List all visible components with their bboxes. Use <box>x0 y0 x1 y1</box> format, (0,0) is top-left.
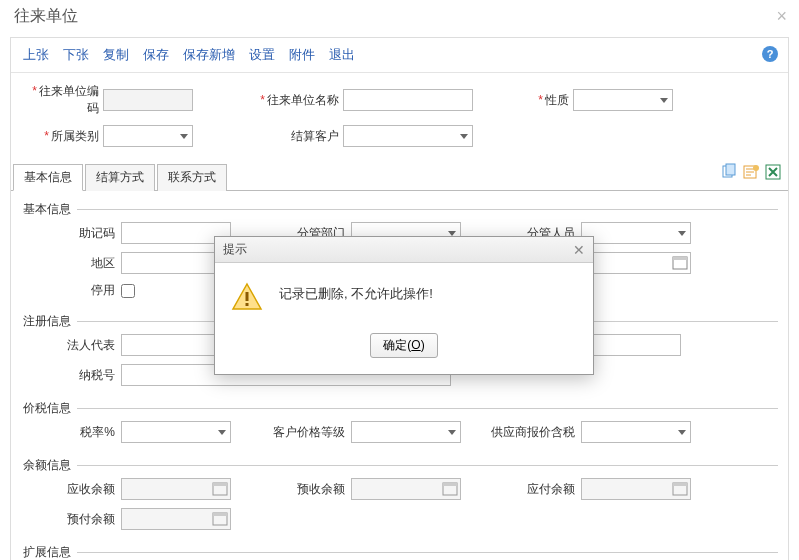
mnemonic-label: 助记码 <box>61 225 121 242</box>
name-input[interactable] <box>343 89 473 111</box>
svg-rect-8 <box>673 257 687 260</box>
save-new-button[interactable]: 保存新增 <box>183 46 235 64</box>
supplier-tax-select[interactable] <box>581 421 691 443</box>
tax-no-label: 纳税号 <box>61 367 121 384</box>
disable-label: 停用 <box>61 282 121 299</box>
code-label: *往来单位编码 <box>23 83 103 117</box>
adv-pay-label: 预付余额 <box>61 511 121 528</box>
tab-basic[interactable]: 基本信息 <box>13 164 83 191</box>
ar-label: 应收余额 <box>61 481 121 498</box>
adv-recv-label: 预收余额 <box>291 481 351 498</box>
section-basic-legend: 基本信息 <box>21 201 77 218</box>
nature-select[interactable] <box>573 89 673 111</box>
code-input[interactable] <box>103 89 193 111</box>
dialog-title: 提示 <box>223 241 247 258</box>
attachment-button[interactable]: 附件 <box>289 46 315 64</box>
close-icon[interactable]: × <box>776 6 787 27</box>
dialog-close-icon[interactable]: ✕ <box>573 242 585 258</box>
ok-button[interactable]: 确定(O) <box>370 333 437 358</box>
copy-icon[interactable] <box>720 163 738 181</box>
section-ext-legend: 扩展信息 <box>21 544 77 560</box>
adv-recv-input[interactable] <box>351 478 461 500</box>
create-date-input[interactable] <box>581 252 691 274</box>
category-select[interactable] <box>103 125 193 147</box>
svg-point-3 <box>753 165 759 171</box>
tab-contact[interactable]: 联系方式 <box>157 164 227 191</box>
name-label: *往来单位名称 <box>243 92 343 109</box>
nature-label: *性质 <box>503 92 573 109</box>
category-label: *所属类别 <box>23 128 103 145</box>
svg-rect-19 <box>246 303 249 306</box>
svg-rect-16 <box>213 513 227 516</box>
disable-checkbox[interactable] <box>121 284 135 298</box>
copy-button[interactable]: 复制 <box>103 46 129 64</box>
save-button[interactable]: 保存 <box>143 46 169 64</box>
supplier-tax-label: 供应商报价含税 <box>491 424 581 441</box>
page-title: 往来单位 <box>14 6 78 27</box>
cust-price-level-select[interactable] <box>351 421 461 443</box>
tax-rate-label: 税率% <box>61 424 121 441</box>
svg-rect-1 <box>726 164 735 175</box>
tax-rate-select[interactable] <box>121 421 231 443</box>
dialog-message: 记录已删除, 不允许此操作! <box>279 281 433 303</box>
section-balance-legend: 余额信息 <box>21 457 77 474</box>
ar-input[interactable] <box>121 478 231 500</box>
person-select[interactable] <box>581 222 691 244</box>
cust-price-level-label: 客户价格等级 <box>271 424 351 441</box>
exit-button[interactable]: 退出 <box>329 46 355 64</box>
svg-rect-12 <box>443 483 457 486</box>
section-reg-legend: 注册信息 <box>21 313 77 330</box>
ap-input[interactable] <box>581 478 691 500</box>
excel-icon[interactable] <box>764 163 782 181</box>
section-tax: 价税信息 税率% 客户价格等级 供应商报价含税 <box>21 400 778 447</box>
region-label: 地区 <box>61 255 121 272</box>
tab-settle[interactable]: 结算方式 <box>85 164 155 191</box>
warning-icon <box>231 281 263 313</box>
alert-dialog: 提示 ✕ 记录已删除, 不允许此操作! 确定(O) <box>214 236 594 375</box>
section-tax-legend: 价税信息 <box>21 400 77 417</box>
next-button[interactable]: 下张 <box>63 46 89 64</box>
section-ext: 扩展信息 <box>21 544 778 560</box>
ap-label: 应付余额 <box>521 481 581 498</box>
help-icon[interactable]: ? <box>762 46 778 62</box>
svg-rect-10 <box>213 483 227 486</box>
settings-button[interactable]: 设置 <box>249 46 275 64</box>
section-balance: 余额信息 应收余额 预收余额 应付余额 预付余额 <box>21 457 778 534</box>
svg-rect-18 <box>246 292 249 301</box>
toolbar: 上张 下张 复制 保存 保存新增 设置 附件 退出 ? <box>11 38 788 73</box>
settle-customer-select[interactable] <box>343 125 473 147</box>
svg-rect-14 <box>673 483 687 486</box>
legal-rep-label: 法人代表 <box>61 337 121 354</box>
export-icon[interactable] <box>742 163 760 181</box>
adv-pay-input[interactable] <box>121 508 231 530</box>
prev-button[interactable]: 上张 <box>23 46 49 64</box>
settle-customer-label: 结算客户 <box>243 128 343 145</box>
